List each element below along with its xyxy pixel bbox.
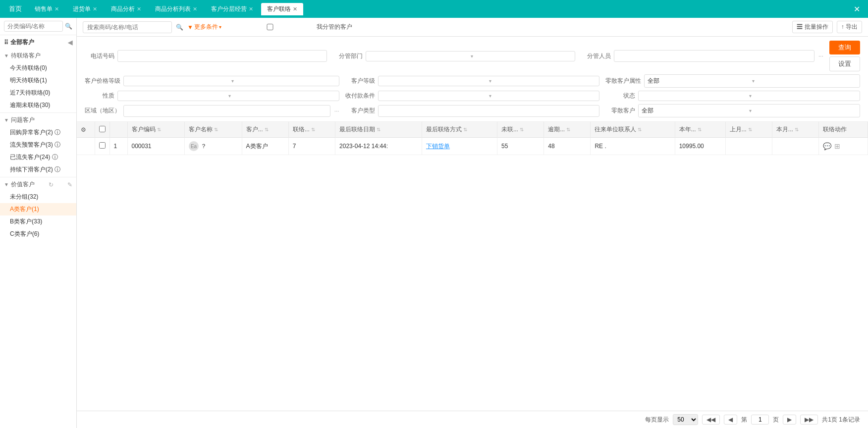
price-tier-select[interactable]: ▾ <box>123 76 339 86</box>
retail-cust-select[interactable]: 全部 ▾ <box>638 104 860 117</box>
nav-tab-customer-tier[interactable]: 客户分层经营 ✕ <box>205 3 259 15</box>
cust-type-label: 客户类型 <box>345 107 375 115</box>
nav-tab-purchase[interactable]: 进货单 ✕ <box>67 3 103 15</box>
nav-home[interactable]: 首页 <box>4 2 27 15</box>
sidebar-item-churn-warning[interactable]: 流失预警客户(3) ⓘ <box>0 139 76 151</box>
nature-arrow-icon: ▾ <box>228 93 336 99</box>
cust-type-input[interactable] <box>378 105 600 117</box>
window-close-icon[interactable]: ✕ <box>850 3 864 15</box>
triangle-down-icon-2: ▼ <box>4 117 9 123</box>
sidebar-collapse-icon[interactable]: ◀ <box>68 39 72 46</box>
sidebar-search-icon[interactable]: 🔍 <box>65 23 72 30</box>
query-btn[interactable]: 查询 <box>829 41 860 54</box>
th-last-method[interactable]: 最后联络方式⇅ <box>422 122 497 138</box>
status-select[interactable]: ▾ <box>638 91 860 101</box>
th-last-date[interactable]: 最后联络日期⇅ <box>335 122 422 138</box>
phone-input[interactable] <box>117 50 327 62</box>
refresh-icon[interactable]: ↻ <box>49 181 54 188</box>
td-checkbox[interactable] <box>95 138 109 155</box>
th-overdue[interactable]: 逾期...⇅ <box>544 122 591 138</box>
row-checkbox[interactable] <box>99 142 106 149</box>
person-dots-icon[interactable]: ··· <box>818 53 823 59</box>
dept-select[interactable]: ▾ <box>366 51 575 61</box>
sidebar-item-b-class[interactable]: B类客户(33) <box>0 215 76 228</box>
sidebar-group-problem[interactable]: ▼ 问题客户 <box>0 114 76 126</box>
sidebar-item-c-class[interactable]: C类客户(6) <box>0 228 76 240</box>
nav-tab-analysis-list[interactable]: 商品分析列表 ✕ <box>149 3 203 15</box>
payment-select[interactable]: ▾ <box>378 91 600 101</box>
page-input[interactable] <box>751 415 769 425</box>
th-no-contact[interactable]: 未联...⇅ <box>497 122 543 138</box>
sidebar-all-customers-header[interactable]: ⠿ 全部客户 ◀ <box>0 35 76 50</box>
sidebar-item-declining[interactable]: 持续下滑客户(2) ⓘ <box>0 163 76 176</box>
region-input[interactable] <box>123 105 330 117</box>
cust-tier-select[interactable]: ▾ <box>378 76 600 86</box>
first-page-btn[interactable]: ◀◀ <box>702 415 720 425</box>
th-settings[interactable]: ⚙ <box>77 122 95 138</box>
sidebar-item-today[interactable]: 今天待联络(0) <box>0 62 76 74</box>
sidebar-search-input[interactable] <box>4 21 63 32</box>
edit-icon[interactable]: ✎ <box>67 181 72 188</box>
close-tab-analysis[interactable]: ✕ <box>137 6 141 12</box>
export-btn[interactable]: ↑ 导出 <box>837 21 862 33</box>
select-all-checkbox[interactable] <box>99 126 106 132</box>
setting-btn[interactable]: 设置 <box>829 56 860 71</box>
sidebar: 🔍 ⠿ 全部客户 ◀ ▼ 待联络客户 今天待联络(0) 明天待联络(1) 近7天… <box>0 18 77 428</box>
th-this-month[interactable]: 本月...⇅ <box>772 122 818 138</box>
more-filters-btn[interactable]: ▼ 更多条件 ▾ <box>187 23 221 31</box>
filter-row-4: 区域（地区） ··· 客户类型 零散客户 全部 ▾ <box>85 104 860 117</box>
th-checkbox[interactable] <box>95 122 109 138</box>
sidebar-item-churned[interactable]: 已流失客户(24) ⓘ <box>0 151 76 163</box>
sidebar-group-pending[interactable]: ▼ 待联络客户 <box>0 50 76 62</box>
nature-select[interactable]: ▾ <box>117 91 339 101</box>
sidebar-item-overdue[interactable]: 逾期未联络(30) <box>0 99 76 111</box>
th-type[interactable]: 客户...⇅ <box>242 122 288 138</box>
table-settings-icon[interactable]: ⚙ <box>81 126 86 133</box>
nav-tab-analysis[interactable]: 商品分析 ✕ <box>105 3 147 15</box>
search-input[interactable] <box>83 21 172 33</box>
sidebar-group-value[interactable]: ▼ 价值客户 ↻ ✎ <box>0 178 76 191</box>
th-code[interactable]: 客户编码⇅ <box>127 122 185 138</box>
th-this-year[interactable]: 本年...⇅ <box>675 122 725 138</box>
sidebar-item-7days[interactable]: 近7天待联络(0) <box>0 87 76 99</box>
retail-attr-select[interactable]: 全部 ▾ <box>644 74 860 88</box>
close-tab-customer-tier[interactable]: ✕ <box>249 6 253 12</box>
customer-name-text[interactable]: ？ <box>201 142 207 151</box>
th-contact[interactable]: 联络...⇅ <box>288 122 335 138</box>
retail-attr-arrow-icon: ▾ <box>752 78 857 84</box>
close-tab-sales[interactable]: ✕ <box>54 6 59 12</box>
main-layout: 🔍 ⠿ 全部客户 ◀ ▼ 待联络客户 今天待联络(0) 明天待联络(1) 近7天… <box>0 18 868 428</box>
qr-action-icon[interactable]: ⊞ <box>834 142 840 150</box>
filter-icon: ▼ <box>187 24 193 31</box>
my-customers-checkbox-wrap[interactable]: 我分管的客户 <box>225 23 352 31</box>
next-page-btn[interactable]: ▶ <box>783 415 796 425</box>
prev-page-btn[interactable]: ◀ <box>724 415 737 425</box>
sidebar-item-a-class[interactable]: A类客户(1) <box>0 203 76 215</box>
last-method-link[interactable]: 下销货单 <box>426 143 450 150</box>
sidebar-group-pending-label: 待联络客户 <box>11 52 41 60</box>
th-unit-contact[interactable]: 往来单位联系人⇅ <box>591 122 675 138</box>
sidebar-item-tomorrow[interactable]: 明天待联络(1) <box>0 74 76 87</box>
retail-cust-label: 零散客户 <box>605 107 635 115</box>
th-name[interactable]: 客户名称⇅ <box>185 122 242 138</box>
close-tab-analysis-list[interactable]: ✕ <box>193 6 197 12</box>
th-last-month[interactable]: 上月...⇅ <box>725 122 772 138</box>
last-page-btn[interactable]: ▶▶ <box>800 415 818 425</box>
close-tab-customer-contact[interactable]: ✕ <box>293 6 297 12</box>
nav-tab-sales[interactable]: 销售单 ✕ <box>29 3 65 15</box>
sidebar-item-repurchase-anomaly[interactable]: 回购异常客户(2) ⓘ <box>0 126 76 139</box>
close-tab-purchase[interactable]: ✕ <box>93 6 97 12</box>
message-action-icon[interactable]: 💬 <box>823 142 831 150</box>
nav-tab-customer-contact[interactable]: 客户联络 ✕ <box>261 3 303 15</box>
batch-op-btn[interactable]: ☰ 批量操作 <box>792 21 832 33</box>
region-dots-icon[interactable]: ··· <box>334 107 339 114</box>
sort-type-icon: ⇅ <box>265 127 269 132</box>
filter-retail-cust: 零散客户 全部 ▾ <box>605 104 860 117</box>
table-wrap: ⚙ 客户编码⇅ 客户名称⇅ 客户...⇅ <box>77 122 868 411</box>
search-icon[interactable]: 🔍 <box>176 24 183 31</box>
per-page-select[interactable]: 50 100 200 <box>673 414 698 425</box>
person-input[interactable] <box>614 50 814 62</box>
my-customers-checkbox[interactable] <box>225 24 315 30</box>
all-customers-label: 全部客户 <box>10 38 34 47</box>
sidebar-item-unclassified[interactable]: 未分组(32) <box>0 191 76 203</box>
